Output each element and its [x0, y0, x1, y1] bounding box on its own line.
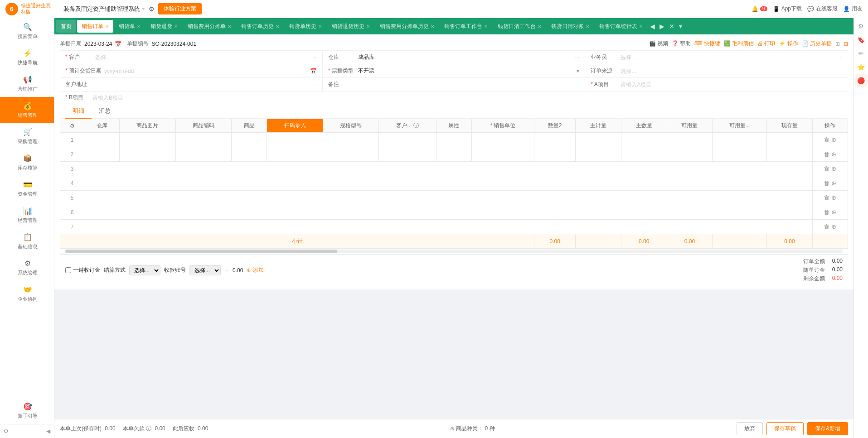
tab-close-cash-workbench[interactable]: ✕	[538, 24, 541, 29]
sidebar-item-basic[interactable]: 📋 基础信息	[0, 228, 54, 255]
video-btn[interactable]: 🎬 视频	[649, 40, 668, 48]
invoice-type-value[interactable]: 不开票	[358, 67, 574, 75]
row-2-avail[interactable]	[667, 147, 713, 162]
tab-summary[interactable]: 汇总	[92, 104, 118, 119]
tab-fee-split[interactable]: 销售费用分摊单 ✕	[183, 20, 236, 33]
col-scan[interactable]: 扫码录入	[267, 119, 323, 133]
warehouse-more[interactable]: ···	[575, 54, 579, 61]
address-input[interactable]	[95, 82, 310, 88]
row-2-stock[interactable]	[767, 147, 813, 162]
delivery-calendar-icon[interactable]: 📅	[310, 68, 317, 74]
delivery-date-input[interactable]	[104, 68, 307, 74]
tab-return-goods[interactable]: 销货退货 ✕	[146, 20, 182, 33]
one-click-checkbox[interactable]	[65, 267, 71, 273]
account-select[interactable]: 选择...	[189, 265, 221, 275]
tab-prev-btn[interactable]: ◀	[648, 23, 657, 30]
row-2-customer[interactable]	[379, 147, 436, 162]
app-download[interactable]: 📱 App下载	[773, 5, 802, 13]
row-2-unit[interactable]	[471, 147, 534, 162]
invoice-dropdown-icon[interactable]: ▾	[577, 68, 579, 74]
row-3-empty[interactable]	[84, 162, 813, 176]
notification-bell[interactable]: 🔔 9	[752, 6, 767, 12]
right-panel-bookmark[interactable]: 🔖	[855, 34, 868, 46]
row-2-qty2[interactable]	[534, 147, 576, 162]
row-4-empty[interactable]	[84, 176, 813, 191]
row-1-qty2[interactable]	[534, 133, 576, 147]
row-3-copy-icon[interactable]: ⊕	[831, 165, 836, 172]
sidebar-item-sales[interactable]: 💰 销售管理	[0, 97, 54, 123]
tab-close-stats[interactable]: ✕	[639, 24, 643, 29]
row-1-mainunit[interactable]	[576, 133, 621, 147]
row-7-empty[interactable]	[84, 220, 813, 234]
row-2-attr[interactable]	[436, 147, 471, 162]
one-click-checkbox-label[interactable]: 一键收订金	[65, 266, 100, 274]
row-2-product[interactable]	[232, 147, 267, 162]
tab-close-sales-return[interactable]: ✕	[137, 24, 141, 29]
tab-close-all[interactable]: ✕	[667, 23, 676, 30]
row-6-delete-icon[interactable]: 🗑	[824, 209, 829, 216]
row-5-empty[interactable]	[84, 191, 813, 205]
row-2-scan[interactable]	[267, 147, 323, 162]
help-btn[interactable]: ❓ 帮助	[672, 40, 691, 48]
col-settings[interactable]: ⚙	[60, 119, 84, 133]
tab-return-history[interactable]: 销货退货历史 ✕	[327, 20, 374, 33]
operation-btn[interactable]: ⚡ 操作	[779, 40, 798, 48]
tab-menu-btn[interactable]: ▾	[677, 23, 684, 30]
row-2-availext[interactable]	[713, 147, 767, 162]
tab-close-sales-order[interactable]: ✕	[105, 24, 109, 29]
user-menu[interactable]: 👤 用友	[843, 5, 863, 13]
b-project-input[interactable]	[92, 95, 228, 101]
row-1-spec[interactable]	[323, 133, 379, 147]
shortcut-btn[interactable]: ⌨ 快捷键	[694, 40, 720, 48]
add-btn[interactable]: ⊕ 添加	[247, 266, 263, 274]
sidebar-item-search[interactable]: 🔍 搜索菜单	[0, 18, 54, 44]
row-2-mainqty[interactable]	[621, 147, 667, 162]
tab-close-cash-reconcile[interactable]: ✕	[586, 24, 589, 29]
sidebar-item-management[interactable]: 📊 经营管理	[0, 202, 54, 228]
tab-order-history[interactable]: 销售订单历史 ✕	[237, 20, 284, 33]
row-7-copy-icon[interactable]: ⊕	[831, 223, 836, 230]
order-no-value[interactable]: SO-20230324-001	[151, 41, 196, 47]
tab-home[interactable]: 首页	[56, 20, 76, 33]
row-6-empty[interactable]	[84, 205, 813, 220]
row-2-mainunit[interactable]	[576, 147, 621, 162]
save-draft-btn[interactable]: 保存草稿	[766, 422, 804, 435]
customer-more[interactable]: ···	[312, 54, 317, 61]
a-project-input[interactable]	[621, 82, 843, 88]
salesperson-input[interactable]	[621, 54, 835, 61]
view-grid-btn[interactable]: ⊞	[835, 41, 840, 47]
sidebar-item-inventory[interactable]: 📦 库存核算	[0, 149, 54, 176]
row-1-code[interactable]	[175, 133, 232, 147]
salesperson-more[interactable]: ···	[838, 54, 843, 61]
right-panel-star[interactable]: ⭐	[855, 61, 868, 73]
row-1-availext[interactable]	[713, 133, 767, 147]
profit-btn[interactable]: 💹 毛利预估	[724, 40, 754, 48]
row-1-customer[interactable]	[379, 133, 436, 147]
sidebar-item-system[interactable]: ⚙ 系统管理	[0, 255, 54, 281]
right-panel-alert[interactable]: 🔴	[855, 74, 868, 87]
address-more[interactable]: ···	[312, 82, 317, 88]
row-1-copy-icon[interactable]: ⊕	[831, 136, 836, 143]
row-4-delete-icon[interactable]: 🗑	[824, 180, 829, 187]
customer-input[interactable]	[95, 54, 310, 61]
row-1-product[interactable]	[232, 133, 267, 147]
tab-close-sales-history[interactable]: ✕	[318, 24, 322, 29]
tab-sales-order[interactable]: 销售订单 ✕	[77, 20, 113, 33]
row-1-unit[interactable]	[471, 133, 534, 147]
tab-close-order-history[interactable]: ✕	[276, 24, 279, 29]
settings-icon[interactable]: ⚙	[149, 5, 155, 13]
row-1-attr[interactable]	[436, 133, 471, 147]
row-2-spec[interactable]	[323, 147, 379, 162]
tab-order-workbench[interactable]: 销售订单工作台 ✕	[440, 20, 492, 33]
row-2-delete-icon[interactable]: 🗑	[824, 151, 829, 158]
row-2-copy-icon[interactable]: ⊕	[831, 151, 836, 158]
sidebar-item-quicknav[interactable]: ⚡ 快捷导航	[0, 44, 54, 71]
row-5-copy-icon[interactable]: ⊕	[831, 194, 836, 201]
row-1-avail[interactable]	[667, 133, 713, 147]
sidebar-item-purchase[interactable]: 🛒 采购管理	[0, 123, 54, 149]
account-more[interactable]: ···	[224, 267, 229, 274]
sidebar-item-finance[interactable]: 💳 资金管理	[0, 176, 54, 202]
online-service[interactable]: 💬 在线客服	[807, 5, 838, 13]
row-4-copy-icon[interactable]: ⊕	[831, 180, 836, 187]
history-btn[interactable]: 📄 历史单据	[802, 40, 832, 48]
